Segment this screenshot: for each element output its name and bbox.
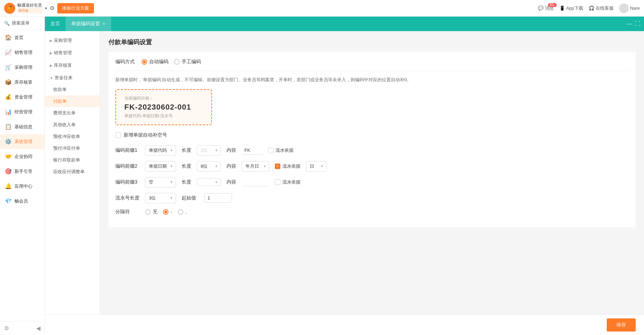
sidebar-item-apps[interactable]: 🔔 应用中心 bbox=[0, 179, 45, 194]
sub-item-pre-pay[interactable]: 预付冲应付单 bbox=[45, 142, 100, 154]
sidebar-item-label: 库存核算 bbox=[15, 79, 32, 85]
sidebar-item-member[interactable]: 💎 畅会员 bbox=[0, 194, 45, 208]
prefix2-stream-checkbox[interactable]: ✓ 流水依据 bbox=[275, 163, 300, 169]
sub-item-pre-receive[interactable]: 预收冲应收单 bbox=[45, 131, 100, 142]
auto-code-label: 自动编码 bbox=[149, 59, 169, 65]
top-bar-controls: ▾ ⚙ 体验行业方案 bbox=[45, 3, 94, 13]
sidebar-item-purchase[interactable]: 🛒 采购管理 bbox=[0, 60, 45, 75]
online-service-button[interactable]: 🎧 在线客服 bbox=[589, 5, 614, 11]
tab-encoding-settings-label: 单据编码设置 bbox=[71, 21, 100, 27]
prefix1-content-input[interactable] bbox=[242, 146, 262, 155]
sidebar-item-guide[interactable]: 🎯 新手引导 bbox=[0, 164, 45, 179]
dropdown-arrow-icon[interactable]: ▾ bbox=[45, 6, 47, 11]
save-button[interactable]: 保存 bbox=[607, 318, 636, 332]
auto-code-radio-dot bbox=[142, 59, 147, 65]
operation-icon: 📊 bbox=[5, 109, 12, 115]
collapse-arrow-icon: ▼ bbox=[50, 76, 53, 80]
search-icon: 🔍 bbox=[4, 21, 10, 26]
avatar bbox=[619, 3, 629, 13]
prefix3-content-input[interactable] bbox=[242, 178, 269, 186]
sidebar-item-system[interactable]: ⚙️ 系统管理 bbox=[0, 134, 45, 149]
prefix2-length-select[interactable]: 8位 ▾ bbox=[197, 161, 221, 171]
sub-group-stock-title[interactable]: ▶ 库存核算 bbox=[45, 59, 100, 71]
sidebar-item-enterprise[interactable]: 🤝 企业协同 bbox=[0, 149, 45, 164]
prefix2-select[interactable]: 单据日期 ▾ bbox=[145, 161, 176, 171]
sub-item-adjustment-label: 应收应付调整单 bbox=[53, 169, 85, 174]
sidebar-item-operation[interactable]: 📊 经营管理 bbox=[0, 104, 45, 119]
sub-item-adjustment[interactable]: 应收应付调整单 bbox=[45, 166, 100, 178]
user-area[interactable]: Nare bbox=[619, 3, 640, 13]
prefix3-stream-label: 流水依据 bbox=[282, 179, 300, 185]
prefix3-stream-checkbox[interactable]: 流水依据 bbox=[275, 179, 300, 185]
serial-length-select[interactable]: 3位 ▾ bbox=[145, 193, 176, 203]
encoding-method-row: 编码方式 自动编码 手工编码 bbox=[115, 59, 629, 71]
settings-bottom-icon[interactable]: ⚙ bbox=[4, 325, 9, 332]
sub-item-expense[interactable]: 费用支出单 bbox=[45, 107, 100, 119]
sep-dash-radio[interactable]: . bbox=[178, 209, 187, 215]
prefix1-stream-checkbox[interactable]: 流水依据 bbox=[268, 147, 294, 153]
message-button[interactable]: 💬 消息 99+ bbox=[538, 5, 554, 11]
sub-item-bank[interactable]: 银行存取款单 bbox=[45, 154, 100, 166]
sidebar-item-sales[interactable]: 📈 销售管理 bbox=[0, 45, 45, 60]
sub-item-payment[interactable]: 付款单 bbox=[45, 95, 100, 107]
brand-tag: 插件版 bbox=[17, 8, 42, 13]
collapse-icon[interactable]: ◀ bbox=[36, 325, 40, 332]
sep-dot-radio[interactable]: - bbox=[163, 209, 172, 215]
page-footer: 保存 bbox=[45, 314, 644, 335]
prefix3-content-label: 内容 bbox=[227, 179, 236, 185]
prefix2-stream-label: 流水依据 bbox=[282, 163, 300, 169]
prefix2-unit-select[interactable]: 日 ▾ bbox=[306, 161, 327, 171]
top-bar-right: 💬 消息 99+ 📱 App下载 🎧 在线客服 Nare bbox=[538, 3, 640, 13]
sub-group-purchase-title[interactable]: ▶ 采购管理 bbox=[45, 35, 100, 46]
prefix1-stream-label: 流水依据 bbox=[276, 147, 294, 153]
sub-group-sales-title[interactable]: ▶ 销售管理 bbox=[45, 47, 100, 59]
trial-button[interactable]: 体验行业方案 bbox=[57, 3, 94, 13]
start-value-input[interactable] bbox=[204, 193, 232, 203]
sidebar-item-home[interactable]: 🏠 首页 bbox=[0, 30, 45, 45]
prefix1-select[interactable]: 单据代码 ▾ bbox=[145, 145, 176, 156]
prefix3-select[interactable]: 空 ▾ bbox=[145, 177, 176, 187]
sidebar-item-finance[interactable]: 💰 资金管理 bbox=[0, 90, 45, 104]
prefix3-length-label: 长度 bbox=[182, 179, 191, 185]
prefix2-content-select[interactable]: 年月日 ▾ bbox=[242, 161, 269, 171]
separator-row: 分隔符 无 - . bbox=[115, 209, 629, 215]
search-menu[interactable]: 🔍 搜索菜单 bbox=[0, 17, 45, 30]
prefix3-stream-cb bbox=[275, 179, 280, 185]
sidebar-bottom: ⚙ ◀ bbox=[0, 321, 45, 335]
sub-group-stock-label: 库存核算 bbox=[54, 62, 72, 68]
separator-label: 分隔符 bbox=[115, 209, 140, 215]
tab-close-icon[interactable]: ✕ bbox=[102, 21, 106, 26]
sidebar-item-inventory[interactable]: 📦 库存核算 bbox=[0, 75, 45, 90]
sub-group-funds-label: 资金往来 bbox=[55, 75, 73, 81]
chevron-down-icon: ▾ bbox=[321, 164, 323, 168]
auto-fill-checkbox[interactable] bbox=[115, 132, 121, 138]
sidebar-item-label: 采购管理 bbox=[15, 64, 32, 71]
auto-code-radio[interactable]: 自动编码 bbox=[142, 59, 169, 65]
sub-item-pre-receive-label: 预收冲应收单 bbox=[53, 134, 80, 139]
user-name: Nare bbox=[630, 6, 640, 11]
sep-none-radio[interactable]: 无 bbox=[145, 209, 157, 215]
prefix1-value: 单据代码 bbox=[149, 147, 167, 153]
manual-code-radio[interactable]: 手工编码 bbox=[174, 59, 201, 65]
sidebar-item-basic[interactable]: 📋 基础信息 bbox=[0, 119, 45, 134]
app-download-button[interactable]: 📱 App下载 bbox=[559, 5, 583, 11]
sub-item-receipt[interactable]: 收款单 bbox=[45, 84, 100, 95]
tab-encoding-settings[interactable]: 单据编码设置 ✕ bbox=[66, 17, 111, 31]
manual-code-radio-dot bbox=[174, 59, 180, 65]
tab-home[interactable]: 首页 bbox=[45, 17, 66, 31]
sep-none-label: 无 bbox=[153, 209, 157, 215]
sub-group-sales: ▶ 销售管理 bbox=[45, 47, 100, 59]
sub-group-purchase: ▶ 采购管理 bbox=[45, 35, 100, 46]
brand-info: 畅通道好生意 插件版 bbox=[17, 3, 42, 14]
app-download-label: App下载 bbox=[566, 5, 583, 11]
minimize-icon[interactable]: — bbox=[627, 21, 632, 27]
content-body: ▶ 采购管理 ▶ 销售管理 ▶ 库存核算 bbox=[45, 31, 644, 314]
sub-item-other-income[interactable]: 其他收入单 bbox=[45, 119, 100, 131]
sub-group-funds-title[interactable]: ▼ 资金往来 bbox=[45, 72, 100, 84]
settings-icon[interactable]: ⚙ bbox=[50, 5, 55, 11]
maximize-icon[interactable]: ⛶ bbox=[635, 21, 641, 27]
serial-length-row: 流水号长度 3位 ▾ 起始值 bbox=[115, 193, 629, 203]
prefix3-length-select[interactable]: ▾ bbox=[197, 178, 221, 186]
tab-home-label: 首页 bbox=[50, 21, 60, 27]
prefix1-length-select[interactable]: 2位 ▾ bbox=[197, 145, 221, 156]
